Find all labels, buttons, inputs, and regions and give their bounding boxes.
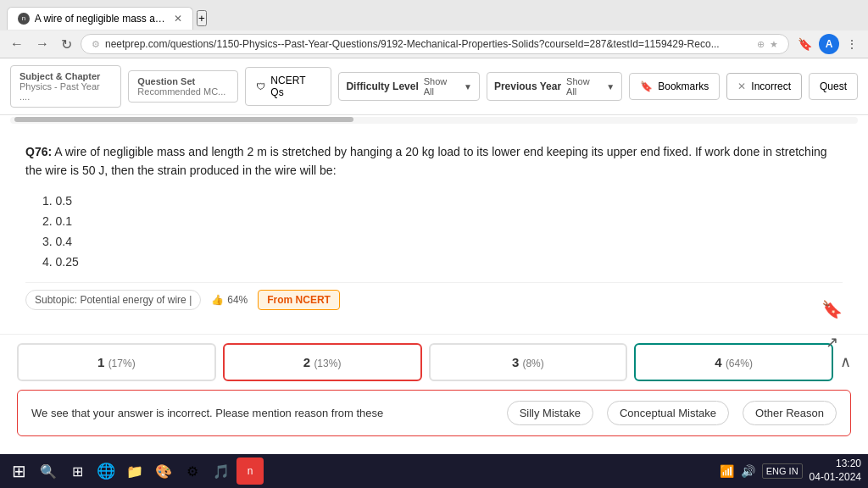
answer-option-1[interactable]: 1 (17%) bbox=[17, 343, 216, 381]
option-1-value: 0.5 bbox=[56, 194, 72, 208]
time-display: 13:20 bbox=[810, 458, 861, 471]
answer-option-3[interactable]: 3 (8%) bbox=[429, 343, 628, 381]
previous-year-value: Show All bbox=[566, 76, 601, 97]
ncert-badge-label: From NCERT bbox=[267, 294, 331, 306]
option-1-num: 1. bbox=[42, 194, 56, 208]
answer-4-num: 4 bbox=[715, 355, 726, 369]
tab-favicon: n bbox=[18, 13, 30, 25]
right-action-icons: 🔖 ↗ bbox=[821, 299, 843, 352]
difficulty-filter[interactable]: Difficulty Level Show All ▼ bbox=[338, 72, 480, 101]
bookmarks-label: Bookmarks bbox=[658, 80, 709, 92]
back-button[interactable]: ← bbox=[7, 35, 27, 53]
answer-3-num: 3 bbox=[512, 355, 523, 369]
quest-label: Quest bbox=[820, 80, 847, 92]
horizontal-scrollbar[interactable] bbox=[10, 117, 858, 124]
option-3[interactable]: 3. 0.4 bbox=[42, 235, 843, 248]
difficulty-label: Difficulty Level bbox=[346, 80, 418, 92]
subtopic-value-text: Potential energy of wire | bbox=[80, 294, 192, 306]
url-text: neetprep.com/questions/1150-Physics--Pas… bbox=[105, 38, 752, 50]
menu-button[interactable]: ⋮ bbox=[843, 36, 861, 53]
option-2-num: 2. bbox=[42, 214, 56, 228]
taskbar: ⊞ 🔍 ⊞ 🌐 📁 🎨 ⚙ 🎵 n 📶 🔊 ENG IN 13:20 04-01… bbox=[0, 454, 868, 488]
content-wrapper: Q76: A wire of negligible mass and lengt… bbox=[0, 125, 868, 436]
reason-text: We see that your answer is incorrect. Pl… bbox=[31, 407, 493, 419]
option-4-value: 0.25 bbox=[56, 255, 79, 269]
answer-option-4[interactable]: 4 (64%) bbox=[634, 343, 833, 381]
language-badge: ENG IN bbox=[762, 463, 803, 479]
taskbar-network-icon: 📶 bbox=[720, 464, 734, 478]
ncert-filter-label: NCERT Qs bbox=[270, 75, 320, 98]
question-area: Q76: A wire of negligible mass and lengt… bbox=[0, 125, 868, 334]
taskbar-apps-icon[interactable]: ⊞ bbox=[64, 458, 91, 485]
bookmark-icon: 🔖 bbox=[640, 80, 653, 92]
bookmarks-filter-button[interactable]: 🔖 Bookmarks bbox=[629, 73, 720, 100]
subject-filter-value: Physics - Past Year .... bbox=[19, 81, 112, 102]
subtopic-bar: Subtopic: Potential energy of wire | 👍 6… bbox=[25, 282, 843, 317]
browser-controls: ← → ↻ ⚙ neetprep.com/questions/1150-Phys… bbox=[0, 30, 868, 58]
incorrect-label: Incorrect bbox=[751, 80, 791, 92]
option-2[interactable]: 2. 0.1 bbox=[42, 214, 843, 228]
rating-badge: 👍 64% bbox=[211, 294, 248, 306]
option-1[interactable]: 1. 0.5 bbox=[42, 194, 843, 208]
answer-2-pct: (13%) bbox=[314, 358, 341, 369]
answer-option-2[interactable]: 2 (13%) bbox=[223, 343, 422, 381]
previous-year-label: Previous Year bbox=[494, 80, 561, 92]
forward-button[interactable]: → bbox=[32, 35, 53, 53]
browser-actions: 🔖 A ⋮ bbox=[794, 34, 861, 54]
taskbar-right: 📶 🔊 ENG IN 13:20 04-01-2024 bbox=[720, 458, 861, 484]
subject-chapter-filter[interactable]: Subject & Chapter Physics - Past Year ..… bbox=[10, 65, 121, 108]
taskbar-search-icon[interactable]: 🔍 bbox=[35, 458, 62, 485]
option-3-num: 3. bbox=[42, 235, 56, 248]
start-button[interactable]: ⊞ bbox=[7, 459, 31, 483]
incorrect-x-icon: ✕ bbox=[737, 80, 746, 92]
reload-button[interactable]: ↻ bbox=[58, 35, 75, 54]
answer-3-pct: (8%) bbox=[522, 358, 543, 369]
taskbar-time: 13:20 04-01-2024 bbox=[810, 458, 861, 484]
answer-options-row: 1 (17%) 2 (13%) 3 (8%) 4 (64%) ∧ bbox=[0, 334, 868, 390]
option-2-value: 0.1 bbox=[56, 214, 72, 228]
close-tab-button[interactable]: ✕ bbox=[174, 13, 182, 25]
subtopic-label-text: Subtopic: bbox=[35, 294, 77, 306]
taskbar-chrome-icon[interactable]: 🌐 bbox=[92, 458, 120, 485]
difficulty-arrow-icon: ▼ bbox=[464, 82, 472, 92]
rating-icon: 👍 bbox=[211, 294, 224, 306]
taskbar-icon-5[interactable]: 🎵 bbox=[208, 458, 235, 485]
question-set-label: Question Set bbox=[137, 76, 229, 86]
address-bar[interactable]: ⚙ neetprep.com/questions/1150-Physics--P… bbox=[81, 34, 789, 54]
tab-title: A wire of negligible mass and l bbox=[35, 13, 169, 25]
subject-filter-label: Subject & Chapter bbox=[19, 71, 112, 81]
reason-bar: We see that your answer is incorrect. Pl… bbox=[17, 390, 851, 436]
ncert-badge: From NCERT bbox=[258, 290, 340, 310]
taskbar-icon-4[interactable]: ⚙ bbox=[179, 458, 206, 485]
incorrect-filter-button[interactable]: ✕ Incorrect bbox=[726, 73, 802, 100]
active-tab[interactable]: n A wire of negligible mass and l ✕ bbox=[7, 7, 193, 30]
answer-2-num: 2 bbox=[303, 355, 314, 369]
extension-button[interactable]: 🔖 bbox=[794, 36, 815, 53]
previous-year-filter[interactable]: Previous Year Show All ▼ bbox=[487, 72, 622, 101]
ncert-filter-button[interactable]: 🛡 NCERT Qs bbox=[245, 67, 331, 106]
date-display: 04-01-2024 bbox=[810, 471, 861, 485]
taskbar-icons: 🔍 ⊞ 🌐 📁 🎨 ⚙ 🎵 n bbox=[35, 458, 716, 485]
answer-1-pct: (17%) bbox=[108, 358, 136, 369]
previous-year-arrow-icon: ▼ bbox=[606, 82, 615, 92]
subtopic-info: Subtopic: Potential energy of wire | bbox=[25, 290, 201, 310]
taskbar-icon-2[interactable]: 📁 bbox=[121, 458, 148, 485]
other-reason-button[interactable]: Other Reason bbox=[743, 401, 837, 425]
conceptual-mistake-button[interactable]: Conceptual Mistake bbox=[607, 401, 729, 425]
option-4[interactable]: 4. 0.25 bbox=[42, 255, 843, 269]
silly-mistake-button[interactable]: Silly Mistake bbox=[507, 401, 593, 425]
ncert-icon: 🛡 bbox=[256, 81, 265, 92]
new-tab-button[interactable]: + bbox=[197, 10, 207, 26]
answer-4-pct: (64%) bbox=[726, 358, 753, 369]
profile-button[interactable]: A bbox=[819, 34, 839, 54]
share-button[interactable]: ↗ bbox=[821, 333, 843, 352]
question-set-filter[interactable]: Question Set Recommended MC... bbox=[128, 70, 238, 103]
collapse-button[interactable]: ∧ bbox=[840, 352, 851, 371]
browser-chrome: n A wire of negligible mass and l ✕ + ← … bbox=[0, 0, 868, 58]
quest-filter-button[interactable]: Quest bbox=[809, 73, 858, 100]
taskbar-icon-3[interactable]: 🎨 bbox=[150, 458, 177, 485]
option-4-num: 4. bbox=[42, 255, 56, 269]
question-body: A wire of negligible mass and length 2 m… bbox=[25, 145, 827, 177]
bookmark-button[interactable]: 🔖 bbox=[821, 299, 843, 319]
taskbar-neetprep-icon[interactable]: n bbox=[236, 458, 264, 485]
